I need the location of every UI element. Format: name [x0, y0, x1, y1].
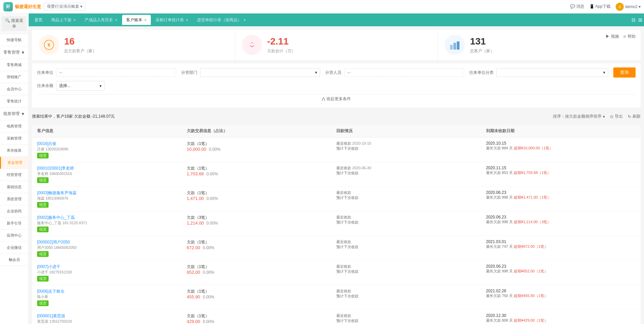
sidebar-item-retail-stats[interactable]: 零售统计 — [0, 95, 28, 108]
customer-name-3[interactable]: [0002]服务中心_丁磊 — [37, 215, 187, 220]
sort-selector[interactable]: 排序：按欠款金额倒序排序 ▾ — [553, 114, 605, 119]
sidebar-item-batch-mgmt[interactable]: 批发管理▼ — [0, 108, 28, 120]
app-download-link[interactable]: 📱 App下载 — [589, 4, 611, 9]
tab-import-stats[interactable]: 进货单统计表（按商品） ✕ — [193, 15, 250, 25]
table-row: [0007]小进干 小进干 18279152100 现货 欠款（1笔） 652.… — [32, 261, 641, 285]
sidebar-item-warehouse[interactable]: 库存核算 — [0, 145, 28, 157]
close-tab-customer[interactable]: ✕ — [144, 18, 147, 22]
search-button[interactable]: 查询 — [613, 67, 636, 78]
customer-phone-0: 吕俊 13026203696 — [37, 147, 187, 152]
video-link[interactable]: ▶ 视频 — [606, 34, 619, 39]
stat-icon-blue — [445, 35, 465, 55]
filter-area: 往来单位 ··· 分管部门 ▾ 分管人员 — [32, 63, 641, 108]
page-body: ¥ 16 总欠款客户（家） -2.11 欠款合计（万） — [29, 26, 644, 324]
filter-select-unit-category[interactable]: ▾ — [496, 68, 608, 77]
overdue-link-2[interactable]: 超期¥1,471.00（1笔） — [514, 195, 551, 199]
sidebar-item-system[interactable]: 系统管理 — [0, 193, 28, 205]
customer-name-5[interactable]: [0007]小进干 — [37, 264, 187, 270]
tab-customer-account[interactable]: 客户账本 ✕ — [122, 15, 151, 25]
filter-collapse-btn[interactable]: ⋀ 收起更多条件 — [37, 94, 636, 104]
customer-name-4[interactable]: [000002]用户2050 — [37, 239, 187, 245]
svg-text:¥: ¥ — [48, 42, 50, 48]
close-tab-import[interactable]: ✕ — [243, 18, 246, 22]
due-cell-7: 2020.12.30 最长欠款 808 天 超期¥429.00（1笔） — [486, 313, 636, 323]
svg-rect-5 — [453, 43, 456, 50]
sidebar-item-finance[interactable]: 资金管理 — [0, 157, 28, 169]
filter-label-manager: 分管人员 — [325, 70, 341, 76]
payment-cell-2: 最近收款 预计下次收款 — [336, 190, 486, 200]
overdue-link-5[interactable]: 超期¥652.00（1笔） — [514, 269, 548, 273]
refresh-button[interactable]: ↻ 刷新 — [628, 114, 641, 119]
sidebar-item-app-center[interactable]: 应用中心 — [0, 230, 28, 242]
close-tab-products[interactable]: ✕ — [73, 18, 76, 22]
filter-select-balance[interactable]: 选择... ▾ — [56, 81, 105, 91]
customer-name-6[interactable]: [0006]去下粮仓 — [37, 289, 187, 294]
sidebar-item-ecommerce[interactable]: 电商管理 — [0, 120, 28, 132]
overdue-link-4[interactable]: 超期¥672.00（1笔） — [514, 244, 548, 248]
sidebar-item-operations[interactable]: 经营管理 — [0, 169, 28, 181]
customer-name-2[interactable]: [0003]畅捷服务尹海蕊 — [37, 190, 187, 196]
sidebar-item-enterprise-coop[interactable]: 企业协同 — [0, 205, 28, 217]
company-selector[interactable]: 母婴行业演示账套 ▾ — [44, 3, 85, 10]
customer-phone-2: 海蕊 18513066976 — [37, 196, 187, 201]
due-cell-1: 2020.11.15 最长欠款 853 天 超期¥1,703.68（1笔） — [486, 166, 636, 175]
customer-cell-4: [000002]用户2050 用户2050 18665062050 现货 — [37, 239, 187, 257]
close-tab-production[interactable]: ✕ — [115, 18, 117, 22]
payment-cell-7: 最近收款 预计下次收款 — [336, 313, 486, 323]
top-bar-left: 好 畅捷通好生意 母婴行业演示账套 ▾ — [3, 2, 85, 11]
overdue-link-1[interactable]: 超期¥1,703.68（1笔） — [514, 171, 551, 175]
stat-label-owed-customers: 总欠款客户（家） — [64, 48, 228, 54]
due-cell-6: 2021.02.26 最长欠款 750 天 超期¥455.90（1笔） — [486, 289, 636, 298]
sidebar-item-member[interactable]: 会员中心 — [0, 83, 28, 95]
result-summary: 搜索结果中，客户16家 欠款金额 -21,148.07元 — [32, 114, 115, 119]
col-payment-status: 回款情况 — [336, 128, 486, 134]
sidebar-item-vip[interactable]: 畅会员 — [0, 254, 28, 266]
overdue-link-3[interactable]: 超期¥1,214.00（3笔） — [514, 220, 551, 224]
tab-production-history[interactable]: 产成品入库历史 ✕ — [81, 15, 121, 25]
sidebar-item-retail-shop[interactable]: 零售商城 — [0, 59, 28, 71]
user-avatar[interactable]: d demo2 ▾ — [616, 3, 641, 11]
customer-badge-1: 现货 — [37, 177, 49, 183]
customer-name-7[interactable]: [000001]黄思源 — [37, 313, 187, 319]
debt-cell-4: 欠款（1笔） 672.000.00% — [187, 239, 337, 250]
search-menu-button[interactable]: 🔍 搜索菜单 — [2, 16, 27, 31]
filter-input-from-unit[interactable]: ··· — [56, 68, 176, 77]
stat-card-owed-amount: -2.11 欠款合计（万） — [235, 30, 438, 60]
filter-select-department[interactable]: ▾ — [200, 68, 320, 77]
payment-cell-1: 最近收款 2020-06-30 预计下次收款 — [336, 166, 486, 176]
due-cell-2: 2020.06.23 最长欠款 998 天 超期¥1,471.00（1笔） — [486, 190, 636, 200]
col-customer-info: 客户信息 — [37, 128, 187, 134]
main-content: 首页 商品上下架 ✕ 产成品入库历史 ✕ 客户账本 ✕ 采购订单统计表 ✕ 进货… — [29, 13, 644, 324]
overdue-link-7[interactable]: 超期¥429.00（1笔） — [514, 318, 548, 322]
maximize-button[interactable]: ⊞ — [638, 17, 642, 23]
minimize-button[interactable]: ⊟ — [632, 17, 636, 23]
sidebar-item-new-guide[interactable]: 新手引导 — [0, 217, 28, 230]
customer-phone-5: 小进干 18279152100 — [37, 270, 187, 275]
tab-purchase-stats[interactable]: 采购订单统计表 ✕ — [151, 15, 192, 25]
svg-rect-2 — [247, 40, 257, 50]
payment-cell-4: 最近收款 预计下次收款 — [336, 239, 486, 249]
customer-badge-4: 现货 — [37, 251, 49, 257]
filter-row-1: 往来单位 ··· 分管部门 ▾ 分管人员 — [37, 67, 636, 78]
sidebar-item-enterprise-wechat[interactable]: 企业微信 — [0, 242, 28, 254]
customer-name-1[interactable]: [0001020001]李老师 — [37, 166, 187, 171]
sidebar-item-marketing[interactable]: 营销推广 — [0, 71, 28, 83]
tab-products-offline[interactable]: 商品上下架 ✕ — [47, 15, 80, 25]
sidebar-item-quick-nav[interactable]: 快捷导航 — [0, 34, 28, 46]
filter-input-manager[interactable]: ··· — [344, 68, 464, 77]
filter-row-2: 往来余额 选择... ▾ — [37, 81, 636, 91]
sidebar-item-basic-info[interactable]: 基础信息 — [0, 181, 28, 193]
sidebar-item-retail-mgmt[interactable]: 零售管理▼ — [0, 46, 28, 59]
sidebar-item-purchase-mgmt[interactable]: 采购管理 — [0, 132, 28, 145]
customer-name-0[interactable]: [0016]吕俊 — [37, 141, 187, 147]
export-button[interactable]: ⊙ 导出 — [610, 114, 623, 119]
overdue-link-6[interactable]: 超期¥455.90（1笔） — [514, 294, 548, 298]
tab-home[interactable]: 首页 — [30, 15, 47, 25]
logo-area: 好 畅捷通好生意 — [3, 2, 41, 11]
overdue-link-0[interactable]: 超期¥10,000.00（1笔） — [514, 146, 553, 150]
debt-cell-0: 欠款（1笔） 10,000.000.00% — [187, 141, 337, 152]
col-debt-info: 欠款交易信息（占比） — [187, 128, 337, 134]
message-link[interactable]: 💬 消息 — [570, 4, 584, 9]
help-link[interactable]: ⊙ 帮助 — [623, 34, 636, 39]
close-tab-purchase[interactable]: ✕ — [186, 18, 188, 22]
